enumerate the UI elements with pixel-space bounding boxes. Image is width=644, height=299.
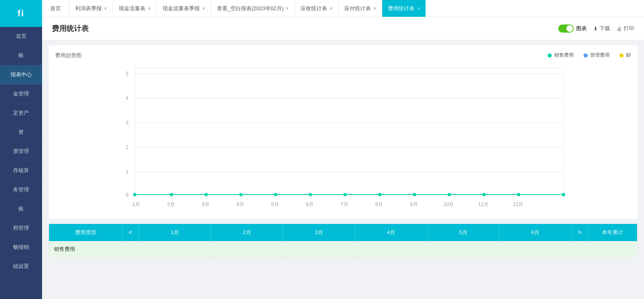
legend-label-finance: 财 — [626, 52, 631, 59]
sidebar-item-reimbursement[interactable]: 畅报销 — [0, 238, 42, 257]
chart-toggle[interactable] — [558, 24, 574, 33]
svg-rect-12 — [135, 68, 564, 197]
th-nav-next[interactable]: > — [572, 224, 588, 241]
close-icon[interactable]: × — [373, 6, 376, 11]
sidebar-item-settings[interactable]: 础设置 — [0, 257, 42, 276]
content-area: 费用统计表 图表 ⬇ 下载 🖨 打印 费用趋势图 — [42, 17, 644, 299]
th-expense-type: 费用类型 — [49, 224, 123, 241]
tab-profit-quarterly[interactable]: 利润表季报 × — [69, 0, 113, 17]
sidebar-item-home[interactable]: 首页 — [0, 27, 42, 46]
svg-text:1月: 1月 — [132, 202, 140, 207]
trend-chart: 5 4 3 2 1 0 — [55, 64, 631, 211]
close-icon[interactable]: × — [202, 6, 205, 11]
close-icon[interactable]: × — [417, 6, 420, 11]
svg-text:9月: 9月 — [410, 202, 418, 207]
close-icon[interactable]: × — [286, 6, 289, 11]
svg-text:2月: 2月 — [167, 202, 175, 207]
svg-point-23 — [482, 193, 486, 196]
svg-text:5: 5 — [126, 71, 129, 77]
chart-legend: 销售费用 管理费用 财 — [548, 52, 631, 59]
legend-finance: 财 — [619, 52, 631, 59]
td-jan — [139, 241, 211, 257]
svg-point-25 — [562, 193, 565, 196]
legend-label-admin: 管理费用 — [590, 52, 610, 59]
sidebar-item-archive[interactable]: 档管理 — [0, 219, 42, 238]
sidebar-item-resource[interactable]: 资 — [0, 123, 42, 142]
td-jun — [499, 241, 572, 257]
download-button[interactable]: ⬇ 下载 — [593, 25, 610, 32]
sidebar-item-inventory[interactable]: 存核算 — [0, 161, 42, 180]
tab-expense[interactable]: 费用统计表 × — [382, 0, 426, 17]
th-month-2: 2月 — [211, 224, 283, 241]
prev-arrow-icon[interactable]: < — [129, 229, 132, 236]
svg-text:12月: 12月 — [513, 202, 523, 207]
sidebar-item-service[interactable]: 务管理 — [0, 180, 42, 199]
th-month-1: 1月 — [139, 224, 211, 241]
print-icon: 🖨 — [617, 26, 622, 32]
legend-dot-admin — [584, 53, 588, 58]
svg-text:5月: 5月 — [271, 202, 279, 207]
legend-sales: 销售费用 — [548, 52, 574, 59]
page-header: 费用统计表 图表 ⬇ 下载 🖨 打印 — [42, 17, 644, 40]
svg-text:10月: 10月 — [443, 202, 454, 207]
print-button[interactable]: 🖨 打印 — [617, 25, 634, 32]
download-icon: ⬇ — [593, 26, 598, 32]
tab-blank-report[interactable]: 查看_空白报表(2023年02月) × — [211, 0, 295, 17]
svg-text:6月: 6月 — [306, 202, 314, 207]
sidebar-item-invoice[interactable]: 票管理 — [0, 142, 42, 161]
td-feb — [211, 241, 283, 257]
svg-text:11月: 11月 — [478, 202, 488, 207]
chart-toggle-label: 图表 — [576, 25, 587, 32]
svg-text:1: 1 — [126, 169, 129, 175]
td-apr — [355, 241, 428, 257]
svg-point-24 — [517, 193, 520, 196]
tab-payable[interactable]: 应付统计表 × — [339, 0, 382, 17]
sidebar-logo: fi — [0, 0, 42, 27]
sidebar-item-ledger[interactable]: 账 — [0, 199, 42, 219]
chart-container: 5 4 3 2 1 0 — [55, 64, 631, 212]
svg-text:4: 4 — [126, 95, 129, 101]
th-month-6: 6月 — [499, 224, 572, 241]
tab-home[interactable]: 首页 — [42, 0, 69, 17]
close-icon[interactable]: × — [330, 6, 332, 11]
svg-point-13 — [133, 193, 136, 196]
th-month-3: 3月 — [283, 224, 355, 241]
sidebar-item-assets[interactable]: 定资产 — [0, 104, 42, 123]
legend-dot-sales — [548, 53, 552, 58]
svg-point-16 — [239, 193, 243, 196]
svg-text:3: 3 — [126, 120, 129, 126]
th-year-total: 本年累计 — [588, 224, 637, 241]
svg-text:3月: 3月 — [202, 202, 209, 207]
tab-bar: 首页 利润表季报 × 现金流量表 × 现金流量表季报 × 查看_空白报表(202… — [42, 0, 644, 17]
th-nav-prev[interactable]: < — [123, 224, 139, 241]
sidebar-item-reports[interactable]: 报表中心 — [0, 65, 42, 84]
th-month-4: 4月 — [355, 224, 428, 241]
sidebar-item-finance[interactable]: 金管理 — [0, 84, 42, 104]
td-empty-1 — [123, 241, 139, 257]
td-ytd — [588, 241, 637, 257]
tab-cashflow[interactable]: 现金流量表 × — [113, 0, 157, 17]
tab-cashflow-quarterly[interactable]: 现金流量表季报 × — [157, 0, 211, 17]
chart-title: 费用趋势图 — [55, 52, 82, 59]
svg-point-14 — [170, 193, 173, 196]
td-empty-2 — [572, 241, 588, 257]
svg-text:4月: 4月 — [236, 202, 244, 207]
sidebar-item-account[interactable]: 账 — [0, 46, 42, 65]
svg-text:8月: 8月 — [375, 202, 383, 207]
svg-point-15 — [205, 193, 208, 196]
next-arrow-icon[interactable]: > — [578, 229, 582, 236]
tab-receivable[interactable]: 应收统计表 × — [295, 0, 339, 17]
svg-point-17 — [274, 193, 277, 196]
svg-text:0: 0 — [126, 192, 129, 198]
chart-section: 费用趋势图 销售费用 管理费用 财 — [49, 45, 637, 219]
table-row: 销售费用 — [49, 241, 637, 257]
svg-text:7月: 7月 — [341, 202, 348, 207]
header-actions: 图表 ⬇ 下载 🖨 打印 — [558, 24, 634, 33]
svg-point-21 — [413, 193, 416, 196]
svg-point-18 — [309, 193, 312, 196]
legend-admin: 管理费用 — [584, 52, 610, 59]
close-icon[interactable]: × — [148, 6, 151, 11]
close-icon[interactable]: × — [104, 6, 107, 11]
main-area: 首页 利润表季报 × 现金流量表 × 现金流量表季报 × 查看_空白报表(202… — [42, 0, 644, 299]
svg-point-22 — [448, 193, 451, 196]
